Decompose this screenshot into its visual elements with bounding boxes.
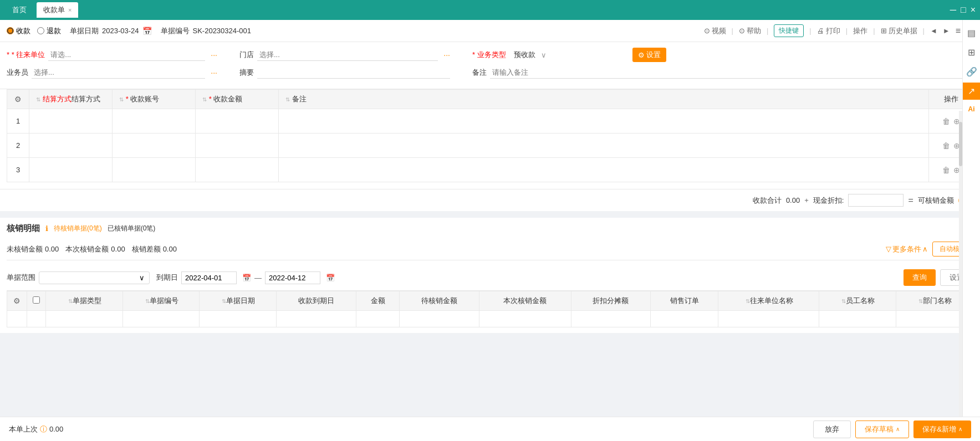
- operation-action[interactable]: 操作: [853, 26, 867, 36]
- counterpart-field: * 往来单位 ···: [7, 49, 217, 61]
- diff-label: 核销差额: [132, 244, 161, 254]
- due-date-to-input[interactable]: [265, 271, 320, 284]
- right-panel-table-icon[interactable]: ▤: [967, 24, 976, 42]
- due-date-from-input[interactable]: [181, 271, 237, 284]
- prev-value: 0.00: [49, 425, 63, 433]
- staff-label: 业务员: [7, 68, 28, 78]
- date-label: 单据日期: [70, 26, 99, 36]
- receipt-total-value: 0.00: [786, 196, 800, 204]
- radio-refund[interactable]: 退款: [37, 26, 61, 36]
- row-1-delete-icon[interactable]: 🗑: [942, 117, 950, 126]
- print-icon: 🖨: [817, 27, 824, 35]
- table-settings-icon[interactable]: ⚙: [14, 95, 22, 104]
- summary-input[interactable]: [257, 66, 450, 79]
- date-from-calendar-icon[interactable]: 📅: [242, 274, 251, 282]
- date-value: 2023-03-24: [102, 27, 139, 35]
- tab-close-icon[interactable]: ×: [68, 7, 72, 13]
- range-select[interactable]: ∨: [39, 271, 150, 284]
- pending-tab[interactable]: 待核销单据(0笔): [54, 224, 102, 233]
- col-staff: 员工名称: [846, 296, 875, 305]
- more-conditions-btn[interactable]: ▽ 更多条件 ∧: [886, 244, 928, 254]
- footer-info: 本单上次 ⓘ 0.00: [9, 424, 63, 434]
- right-panel-grid-icon[interactable]: ⊞: [968, 44, 975, 61]
- receipt-table-wrapper: ⚙ ⇅ 结算方式结算方式 ⇅ * 收款账号 ⇅ * 收款金额 ⇅ 备注: [0, 89, 980, 189]
- unreceived-value: 0.00: [45, 245, 59, 253]
- settings-gear-button[interactable]: ⚙ 设置: [632, 48, 666, 62]
- store-more-icon[interactable]: ···: [443, 50, 450, 59]
- tab-receipt[interactable]: 收款单 ×: [37, 2, 78, 18]
- tab-home[interactable]: 首页: [4, 0, 34, 20]
- date-to-calendar-icon[interactable]: 📅: [326, 274, 335, 282]
- diff-value: 0.00: [163, 245, 177, 253]
- unreceived-label: 未核销金额: [7, 244, 43, 254]
- row-num-1: 1: [7, 109, 29, 134]
- help-icon: ⊙: [739, 27, 745, 35]
- writeable-amount-label: 可核销金额: [918, 196, 954, 206]
- summary-field: 摘要: [239, 66, 450, 79]
- arrow-right-icon[interactable]: ►: [943, 27, 950, 35]
- range-dropdown-icon: ∨: [139, 274, 145, 282]
- store-field: 门店 ···: [239, 49, 450, 61]
- row-num-3: 3: [7, 158, 29, 182]
- remark-field: 备注: [472, 66, 973, 79]
- row-3-delete-icon[interactable]: 🗑: [942, 166, 950, 175]
- video-action[interactable]: ⊙ 视频: [704, 26, 726, 36]
- date-separator: —: [254, 274, 262, 282]
- staff-input[interactable]: [32, 66, 205, 79]
- tab-receipt-label: 收款单: [43, 5, 65, 15]
- col-number: 单据编号: [150, 296, 178, 305]
- writeoff-title: 核销明细: [7, 223, 40, 234]
- maximize-icon[interactable]: □: [961, 5, 966, 15]
- row-2-delete-icon[interactable]: 🗑: [942, 141, 950, 150]
- history-action[interactable]: ⊞ 历史单据: [881, 26, 917, 36]
- menu-icon[interactable]: ≡: [956, 26, 961, 36]
- footer-actions: 放弃 保存草稿 ∧ 保存&新增 ∧: [813, 421, 971, 438]
- biz-type-dropdown-icon[interactable]: ∨: [541, 51, 547, 59]
- minimize-icon[interactable]: ─: [950, 5, 956, 15]
- biz-type-label: * 业务类型: [472, 50, 506, 60]
- current-writeoff-filter: 本次核销金额 0.00: [65, 244, 125, 254]
- right-panel-ai-label[interactable]: Ai: [968, 102, 975, 116]
- num-meta: 单据编号 SK-20230324-001: [161, 26, 252, 36]
- staff-more-icon[interactable]: ···: [211, 68, 217, 77]
- tab-bar-right: ─ □ ×: [950, 5, 976, 15]
- receipt-type-group: 收款 退款: [7, 26, 61, 36]
- col-sales-order: 销售订单: [670, 296, 699, 305]
- col-due: 收款到期日: [298, 296, 334, 305]
- date-calendar-icon[interactable]: 📅: [142, 27, 152, 35]
- arrow-left-icon[interactable]: ◄: [930, 27, 937, 35]
- right-panel-link-icon[interactable]: 🔗: [966, 63, 977, 80]
- save-draft-button[interactable]: 保存草稿 ∧: [855, 421, 909, 438]
- radio-receive[interactable]: 收款: [7, 26, 30, 36]
- save-new-button[interactable]: 保存&新增 ∧: [913, 421, 971, 438]
- col-discount: 折扣分摊额: [593, 296, 629, 305]
- video-icon: ⊙: [704, 27, 710, 35]
- range-field: 单据范围 ∨: [7, 271, 150, 284]
- bottom-table-settings-icon[interactable]: ⚙: [13, 296, 21, 305]
- summary-label: 摘要: [239, 68, 254, 78]
- writeoff-info-icon[interactable]: ℹ: [45, 224, 48, 233]
- counterpart-input[interactable]: [48, 49, 205, 61]
- save-new-dropdown-icon[interactable]: ∧: [958, 426, 962, 432]
- help-action[interactable]: ⊙ 帮助: [739, 26, 761, 36]
- cash-discount-input[interactable]: [848, 194, 904, 207]
- save-draft-dropdown-icon[interactable]: ∧: [896, 426, 900, 432]
- shortcuts-button[interactable]: 快捷键: [774, 24, 804, 37]
- plus-sign: +: [804, 196, 809, 204]
- query-button[interactable]: 查询: [904, 269, 936, 286]
- abandon-button[interactable]: 放弃: [813, 421, 851, 438]
- print-action[interactable]: 🖨 打印: [817, 26, 840, 36]
- writeoff-section: 核销明细 ℹ 待核销单据(0笔) 已核销单据(0笔) 未核销金额 0.00 本次…: [0, 216, 980, 333]
- query-row: 单据范围 ∨ 到期日 📅 — 📅 查询 设置: [7, 265, 973, 291]
- store-input[interactable]: [257, 49, 438, 61]
- completed-tab[interactable]: 已核销单据(0笔): [108, 224, 156, 233]
- right-panel-expand-icon[interactable]: ↗: [963, 83, 980, 100]
- select-all-checkbox[interactable]: [33, 296, 40, 304]
- remark-input[interactable]: [490, 66, 973, 79]
- col-type: 单据类型: [73, 296, 101, 305]
- close-window-icon[interactable]: ×: [971, 5, 976, 15]
- biz-type-value: 预收款: [514, 50, 535, 60]
- footer-info-icon[interactable]: ⓘ: [40, 424, 47, 434]
- biz-type-field: * 业务类型 预收款 ∨ ⚙ 设置: [472, 48, 666, 62]
- counterpart-more-icon[interactable]: ···: [211, 50, 217, 59]
